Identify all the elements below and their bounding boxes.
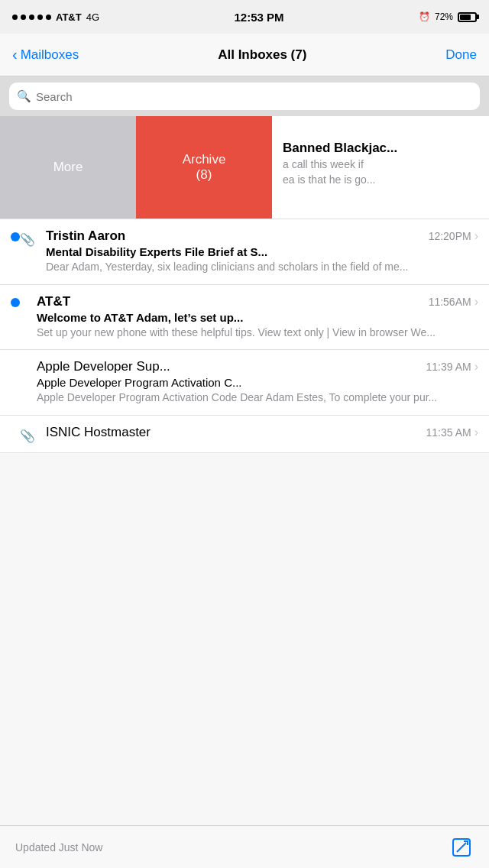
email-3-time: 11:56AM [429,296,471,308]
attachment-icon: 📎 [20,232,35,247]
email-row-att[interactable]: AT&T 11:56AM › Welcome to AT&T Adam, let… [0,285,489,351]
email-2-chevron: › [474,229,478,243]
bottom-bar: Updated Just Now [0,825,489,868]
search-icon: 🔍 [17,89,31,103]
email-1-preview: a call this week ifea is that he is go..… [283,157,489,187]
email-list: Archive (8) More Archive (8) 12:51 PM › … [0,116,489,453]
alarm-icon: ⏰ [419,11,430,22]
no-unread [11,359,20,368]
done-button[interactable]: Done [445,47,477,63]
email-1-time-row: 12:51 PM › [283,125,489,139]
email-1-content[interactable]: 12:51 PM › Banned Blackjac... a call thi… [272,116,489,219]
back-label: Mailboxes [21,47,79,63]
email-4-preview: Apple Developer Program Activation Code … [37,390,478,406]
email-3-time-row: 11:56AM › [429,295,478,309]
email-2-time-row: 12:20PM › [429,229,478,243]
email-3-content: AT&T 11:56AM › Welcome to AT&T Adam, let… [37,294,478,341]
battery-icon [458,12,477,22]
signal-dot-5 [46,15,51,20]
status-right: ⏰ 72% [419,11,477,22]
search-bar[interactable]: 🔍 [9,83,480,110]
carrier-label: AT&T [56,11,82,23]
email-3-row[interactable]: AT&T 11:56AM › Welcome to AT&T Adam, let… [0,285,489,350]
email-5-content: ISNIC Hostmaster 11:35 AM › [46,425,478,442]
search-input[interactable] [36,90,472,103]
email-5-time-row: 11:35 AM › [426,426,478,439]
signal-dot-2 [21,15,26,20]
email-4-chevron: › [474,360,478,374]
email-5-chevron: › [474,426,478,439]
more-action-button[interactable]: More [0,116,136,219]
email-4-row[interactable]: Apple Developer Sup... 11:39 AM › Apple … [0,350,489,415]
email-5-header: ISNIC Hostmaster 11:35 AM › [46,425,478,440]
nav-bar: ‹ Mailboxes All Inboxes (7) Done [0,34,489,76]
updated-text: Updated Just Now [15,841,102,853]
battery-shape [458,12,477,22]
email-1-sender: Banned Blackjac... [283,141,489,156]
email-4-content: Apple Developer Sup... 11:39 AM › Apple … [37,359,478,406]
email-4-time: 11:39 AM [426,361,471,373]
email-4-subject: Apple Developer Program Activation C... [37,376,472,389]
email-2-time: 12:20PM [429,230,471,242]
compose-icon [451,837,472,858]
more-action-label: More [53,160,83,175]
email-2-content: Tristin Aaron 12:20PM › Mental Disabilit… [46,228,478,275]
no-unread [11,425,20,434]
email-4-sender: Apple Developer Sup... [37,359,170,374]
signal-dot-3 [29,15,34,20]
email-4-header: Apple Developer Sup... 11:39 AM › [37,359,478,374]
unread-indicator [11,298,20,307]
email-3-header: AT&T 11:56AM › [37,294,478,309]
signal-dots [12,15,51,20]
email-3-chevron: › [474,295,478,309]
archive-action-count: (8) [196,167,212,183]
archive-action-label: Archive [183,152,226,167]
signal-dot-4 [37,15,43,20]
archive-action-button[interactable]: Archive (8) [136,116,272,219]
attachment-icon: 📎 [20,429,35,443]
email-2-header: Tristin Aaron 12:20PM › [46,228,478,244]
back-chevron-icon: ‹ [12,46,18,63]
nav-title: All Inboxes (7) [218,47,306,63]
status-left: AT&T 4G [12,11,99,23]
email-5-sender: ISNIC Hostmaster [46,425,151,440]
status-bar: AT&T 4G 12:53 PM ⏰ 72% [0,0,489,34]
email-slide-panel: More Archive (8) 12:51 PM › Banned Black… [0,116,489,219]
email-2-subject: Mental Disability Experts File Brief at … [46,245,478,258]
svg-line-1 [457,843,466,852]
email-row-swiped[interactable]: Archive (8) More Archive (8) 12:51 PM › … [0,116,489,219]
signal-dot-1 [12,15,18,20]
network-type-label: 4G [86,11,99,23]
search-container: 🔍 [0,76,489,116]
email-4-time-row: 11:39 AM › [426,360,478,374]
email-2-preview: Dear Adam, Yesterday, six leading clinic… [46,260,478,275]
email-3-preview: Set up your new phone with these helpful… [37,326,478,341]
email-2-sender: Tristin Aaron [46,228,125,244]
battery-fill [460,15,471,20]
email-5-time: 11:35 AM [426,426,471,439]
unread-indicator [11,232,20,241]
back-button[interactable]: ‹ Mailboxes [12,46,79,63]
email-5-row[interactable]: 📎 ISNIC Hostmaster 11:35 AM › [0,416,489,452]
email-row-isnic[interactable]: 📎 ISNIC Hostmaster 11:35 AM › [0,416,489,453]
no-attachment [20,359,29,368]
email-row-apple[interactable]: Apple Developer Sup... 11:39 AM › Apple … [0,350,489,416]
compose-button[interactable] [449,835,474,860]
email-2-row[interactable]: 📎 Tristin Aaron 12:20PM › Mental Disabil… [0,219,489,284]
email-3-sender: AT&T [37,294,70,309]
email-row-tristin[interactable]: 📎 Tristin Aaron 12:20PM › Mental Disabil… [0,219,489,285]
email-3-subject: Welcome to AT&T Adam, let’s set up... [37,311,472,324]
no-attachment [20,294,29,303]
battery-percentage: 72% [435,11,453,22]
status-time: 12:53 PM [234,11,283,24]
